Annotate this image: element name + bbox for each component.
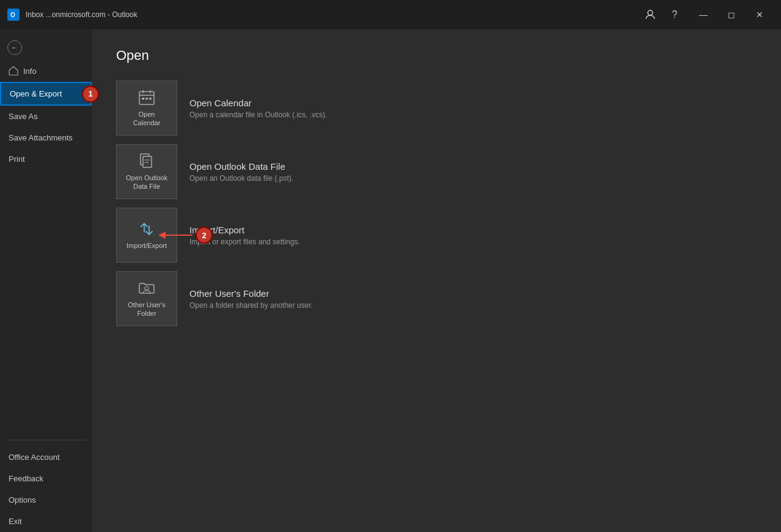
open-calendar-info: Open Calendar Open a calendar file in Ou… <box>177 98 327 119</box>
other-users-folder-title: Other User's Folder <box>189 288 313 299</box>
sidebar-item-info[interactable]: Info <box>0 60 92 82</box>
svg-point-11 <box>145 286 148 290</box>
svg-rect-4 <box>142 98 144 100</box>
feedback-label: Feedback <box>9 474 43 483</box>
sidebar-item-save-attachments[interactable]: Save Attachments <box>0 127 92 148</box>
sidebar-info-label: Info <box>23 67 37 76</box>
import-export-desc: Import or export files and settings. <box>189 238 300 246</box>
sidebar-item-options[interactable]: Options <box>0 489 92 511</box>
svg-rect-8 <box>143 156 152 167</box>
maximize-icon: ◻ <box>728 10 735 20</box>
import-export-title: Import/Export <box>189 225 300 235</box>
open-outlook-data-card-label: Open OutlookData File <box>126 173 167 191</box>
sidebar: ← Info Open & Export 1 Save As Save Atta… <box>0 29 92 532</box>
svg-point-2 <box>648 10 653 15</box>
options-label: Options <box>9 495 36 505</box>
sidebar-save-as-label: Save As <box>9 112 38 121</box>
import-export-info: Import/Export Import or export files and… <box>177 225 300 246</box>
content-area: Open OpenCalendar Open Calendar <box>92 29 781 532</box>
svg-rect-5 <box>145 98 148 100</box>
import-export-card[interactable]: Import/Export <box>116 208 177 263</box>
calendar-icon <box>138 89 155 106</box>
sidebar-bottom: Office Account Feedback Options Exit <box>0 434 92 532</box>
sidebar-item-save-as[interactable]: Save As <box>0 106 92 127</box>
sidebar-item-exit[interactable]: Exit <box>0 511 92 532</box>
titlebar-left: O Inbox ...onmicrosoft.com - Outlook <box>7 9 138 21</box>
sidebar-item-feedback[interactable]: Feedback <box>0 468 92 489</box>
other-users-folder-card[interactable]: Other User'sFolder <box>116 271 177 326</box>
svg-text:O: O <box>10 12 15 18</box>
sidebar-item-open-export[interactable]: Open & Export 1 <box>0 82 92 106</box>
close-button[interactable]: ✕ <box>746 5 774 24</box>
close-icon: ✕ <box>756 10 763 20</box>
minimize-icon: — <box>699 10 708 20</box>
help-icon: ? <box>672 9 678 20</box>
exit-label: Exit <box>9 517 22 526</box>
open-calendar-card-label: OpenCalendar <box>133 110 161 128</box>
import-export-icon <box>138 220 155 238</box>
sidebar-divider <box>5 440 87 440</box>
open-outlook-data-desc: Open an Outlook data file (.pst). <box>189 174 293 183</box>
minimize-button[interactable]: — <box>689 5 717 24</box>
back-circle-icon: ← <box>7 40 22 55</box>
option-row-other-users-folder: Other User'sFolder Other User's Folder O… <box>116 271 757 326</box>
svg-rect-6 <box>149 98 152 100</box>
sidebar-print-label: Print <box>9 155 25 164</box>
options-grid: OpenCalendar Open Calendar Open a calend… <box>116 81 757 326</box>
outlook-icon: O <box>7 9 20 21</box>
open-calendar-card[interactable]: OpenCalendar <box>116 81 177 136</box>
option-row-import-export: Import/Export Import/Export Import or ex… <box>116 208 757 263</box>
import-export-card-label: Import/Export <box>127 241 167 250</box>
option-row-open-calendar: OpenCalendar Open Calendar Open a calend… <box>116 81 757 136</box>
open-calendar-desc: Open a calendar file in Outlook (.ics, .… <box>189 111 327 119</box>
titlebar: O Inbox ...onmicrosoft.com - Outlook ? —… <box>0 0 781 29</box>
back-button[interactable]: ← <box>0 35 92 60</box>
open-outlook-data-info: Open Outlook Data File Open an Outlook d… <box>177 161 293 183</box>
data-file-icon <box>138 153 155 170</box>
other-users-folder-info: Other User's Folder Open a folder shared… <box>177 288 313 310</box>
sidebar-save-attachments-label: Save Attachments <box>9 133 73 142</box>
sidebar-item-print[interactable]: Print <box>0 148 92 170</box>
open-outlook-data-title: Open Outlook Data File <box>189 161 293 172</box>
other-users-folder-card-label: Other User'sFolder <box>128 301 165 318</box>
page-title: Open <box>116 48 757 64</box>
option-row-open-outlook-data: Open OutlookData File Open Outlook Data … <box>116 144 757 199</box>
office-account-label: Office Account <box>9 453 60 462</box>
titlebar-help-icons: ? <box>640 5 684 24</box>
help-button[interactable]: ? <box>665 5 684 24</box>
people-button[interactable] <box>640 5 660 24</box>
maximize-button[interactable]: ◻ <box>717 5 746 24</box>
annotation-badge-1: 1 <box>82 86 99 103</box>
sidebar-item-office-account[interactable]: Office Account <box>0 446 92 468</box>
open-calendar-title: Open Calendar <box>189 98 327 108</box>
window-title: Inbox ...onmicrosoft.com - Outlook <box>26 10 138 19</box>
sidebar-open-export-label: Open & Export <box>10 89 62 98</box>
open-outlook-data-card[interactable]: Open OutlookData File <box>116 144 177 199</box>
main-layout: ← Info Open & Export 1 Save As Save Atta… <box>0 29 781 532</box>
home-icon <box>9 66 18 76</box>
user-folder-icon <box>138 280 155 297</box>
other-users-folder-desc: Open a folder shared by another user. <box>189 301 313 310</box>
